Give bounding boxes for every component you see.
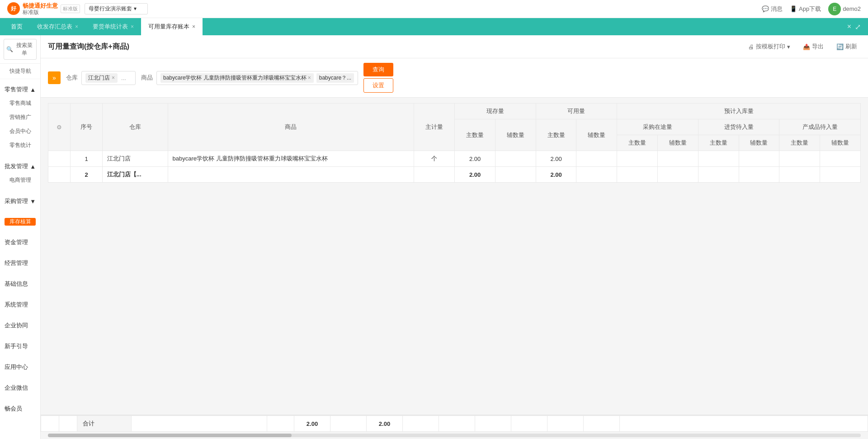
sidebar-section-finance: 资金管理 [0, 232, 40, 253]
tab-receive-summary[interactable]: 收发存汇总表 × [30, 18, 85, 35]
tab-close-icon[interactable]: × [131, 24, 134, 30]
row1-available-main: 2.00 [536, 151, 576, 167]
sidebar-section-inventory-title[interactable]: 库存核算 [3, 215, 38, 228]
footer-label: 合计 [77, 416, 132, 432]
footer-current-aux [330, 416, 367, 432]
product-tag-1: babycare学饮杯 儿童防摔防撞吸管杯重力球吸嘴杯宝宝水杯 × [160, 73, 314, 83]
sidebar-section-operations-title[interactable]: 经营管理 [3, 256, 38, 270]
row1-purchase-transit-aux [657, 151, 698, 167]
top-bar: 好 畅捷通好生意 标准版 标准版 母婴行业演示账套 ▾ 💬 消息 📱 App下载… [0, 0, 868, 18]
current-stock-group-header: 现存量 [455, 104, 536, 119]
sidebar-section-retail: 零售管理 ▲ 零售商城 营销推广 会员中心 零售统计 [0, 79, 40, 156]
sidebar-section-system-title[interactable]: 系统管理 [3, 298, 38, 312]
sidebar-section-finance-title[interactable]: 资金管理 [3, 236, 38, 249]
table-row: 2 江北门店【... 2.00 2.00 [48, 167, 861, 183]
row2-no: 2 [71, 167, 102, 183]
industry-select[interactable]: 母婴行业演示账套 ▾ [85, 3, 148, 14]
search-icon: 🔍 [6, 46, 13, 52]
print-button[interactable]: 🖨 按模板打印 ▾ [745, 41, 794, 52]
row1-current-aux [495, 151, 536, 167]
tab-close-icon[interactable]: × [75, 24, 78, 30]
sidebar-section-newguide: 新手引导 [0, 336, 40, 357]
sidebar-section-wechat-title[interactable]: 企业微信 [3, 381, 38, 395]
data-table: ⚙ 序号 仓库 商品 主计量 现存量 可用量 预计入库量 主数量 辅数量 主数量 [48, 103, 861, 183]
remove-product-tag-1-icon[interactable]: × [308, 75, 311, 81]
tab-order-stats[interactable]: 要货单统计表 × [85, 18, 141, 35]
row1-current-main: 2.00 [455, 151, 495, 167]
refresh-icon: 🔄 [836, 43, 844, 50]
nav-window-btns: × ⤢ [844, 23, 864, 31]
scroll-thumb [48, 434, 292, 437]
row2-purchase-transit-aux [657, 167, 698, 183]
filter-dots-icon[interactable]: ... [119, 75, 128, 81]
page-header: 可用量查询(按仓库+商品) 🖨 按模板打印 ▾ 📤 导出 🔄 刷新 [41, 35, 868, 58]
settings-button[interactable]: 设置 [363, 78, 393, 93]
production-pending-group-header: 产成品待入量 [779, 119, 861, 135]
footer-table: 合计 2.00 2.00 [41, 415, 868, 432]
sidebar-item-retail-stats[interactable]: 零售统计 [3, 138, 38, 152]
sidebar-section-enterprise: 企业协同 [0, 315, 40, 336]
footer-current-main: 2.00 [294, 416, 330, 432]
logo-area: 好 畅捷通好生意 标准版 标准版 [7, 2, 80, 16]
footer-settings-cell [41, 416, 59, 432]
refresh-button[interactable]: 🔄 刷新 [833, 41, 861, 52]
message-button[interactable]: 💬 消息 [762, 5, 783, 13]
unit-col-header: 主计量 [414, 104, 455, 151]
app-download-button[interactable]: 📱 App下载 [790, 5, 821, 13]
available-aux-qty-header: 辅数量 [576, 119, 617, 151]
footer-available-main: 2.00 [367, 416, 403, 432]
purchase-transit-aux-header: 辅数量 [657, 135, 698, 151]
footer-inbound-aux [547, 416, 584, 432]
chevron-down-icon: ▼ [30, 198, 36, 205]
row2-available-main: 2.00 [536, 167, 576, 183]
maximize-icon[interactable]: ⤢ [855, 23, 861, 31]
row1-purchase-transit-main [617, 151, 658, 167]
sidebar-section-retail-title[interactable]: 零售管理 ▲ [3, 83, 38, 96]
export-button[interactable]: 📤 导出 [799, 41, 827, 52]
content-area: 可用量查询(按仓库+商品) 🖨 按模板打印 ▾ 📤 导出 🔄 刷新 [41, 35, 868, 439]
expand-filter-button[interactable]: » [48, 71, 61, 84]
warehouse-input[interactable]: 江北门店 × ... [81, 71, 136, 85]
export-icon: 📤 [803, 43, 810, 50]
sidebar-section-basic-title[interactable]: 基础信息 [3, 277, 38, 291]
footer-product-cell [132, 416, 267, 432]
horizontal-scrollbar[interactable] [41, 432, 868, 439]
table-row: 1 江北门店 babycare学饮杯 儿童防摔防撞吸管杯重力球吸嘴杯宝宝水杯 个… [48, 151, 861, 167]
sidebar-section-appcenter-title[interactable]: 应用中心 [3, 360, 38, 374]
table-settings-icon[interactable]: ⚙ [57, 124, 62, 131]
sidebar-item-members[interactable]: 会员中心 [3, 124, 38, 138]
row2-available-aux [576, 167, 617, 183]
sidebar-section-wholesale: 批发管理 ▲ 电商管理 [0, 156, 40, 191]
row1-product: babycare学饮杯 儿童防摔防撞吸管杯重力球吸嘴杯宝宝水杯 [168, 151, 414, 167]
warehouse-col-header: 仓库 [102, 104, 168, 151]
search-menu-button[interactable]: 🔍 搜索菜单 [4, 39, 37, 60]
chevron-up-icon: ▲ [30, 163, 36, 170]
remove-warehouse-tag-icon[interactable]: × [112, 75, 115, 81]
sidebar-section-newguide-title[interactable]: 新手引导 [3, 340, 38, 353]
sidebar-section-member-title[interactable]: 畅会员 [3, 402, 38, 415]
sidebar-item-quicknav[interactable]: 快捷导航 [0, 64, 40, 79]
filter-bar: » 仓库 江北门店 × ... 商品 babycare学饮杯 儿童防摔防撞吸管杯… [41, 58, 868, 98]
row2-purchase-transit-main [617, 167, 658, 183]
sidebar-item-ecommerce[interactable]: 电商管理 [3, 173, 38, 187]
row1-production-aux [820, 151, 861, 167]
sidebar-search-area: 🔍 搜索菜单 [0, 35, 40, 64]
tab-available-inventory[interactable]: 可用量库存账本 × [141, 18, 203, 35]
close-window-icon[interactable]: × [847, 23, 851, 31]
user-area[interactable]: E demo2 [828, 3, 861, 15]
sidebar-section-wholesale-title[interactable]: 批发管理 ▲ [3, 160, 38, 173]
sidebar-item-marketing[interactable]: 营销推广 [3, 110, 38, 124]
filter-action-buttons: 查询 设置 [363, 63, 393, 93]
sidebar-section-purchase-title[interactable]: 采购管理 ▼ [3, 194, 38, 208]
tab-close-icon[interactable]: × [192, 24, 195, 30]
tab-home[interactable]: 首页 [4, 18, 30, 35]
sidebar-item-retail-shop[interactable]: 零售商城 [3, 96, 38, 110]
logo-icon: 好 [7, 2, 20, 15]
template-tag: 标准版 [61, 5, 80, 13]
row2-current-main: 2.00 [455, 167, 495, 183]
product-col-header: 商品 [168, 104, 414, 151]
sidebar-section-purchase: 采购管理 ▼ [0, 191, 40, 212]
product-input[interactable]: babycare学饮杯 儿童防摔防撞吸管杯重力球吸嘴杯宝宝水杯 × babyca… [156, 71, 358, 85]
query-button[interactable]: 查询 [363, 63, 393, 76]
sidebar-section-enterprise-title[interactable]: 企业协同 [3, 319, 38, 332]
